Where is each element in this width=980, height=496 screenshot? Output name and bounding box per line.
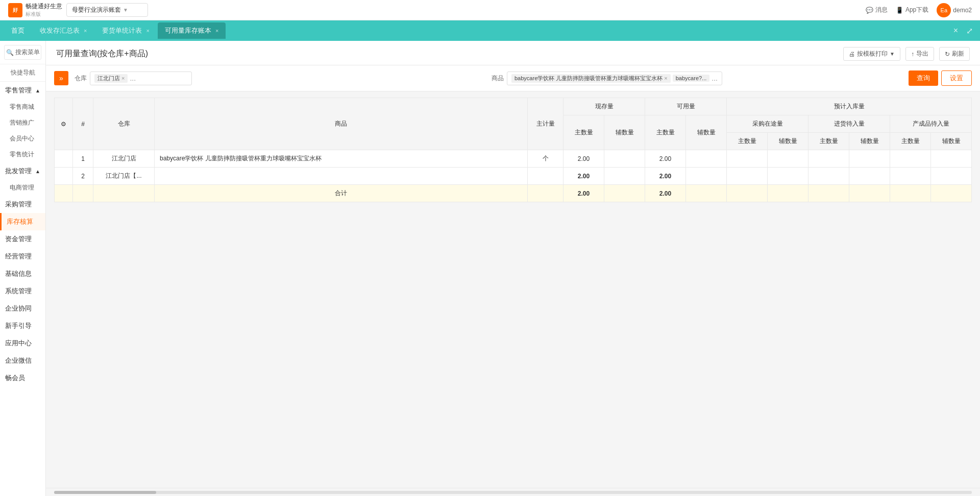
warehouse-label: 仓库 [75,74,87,83]
stock-main-qty-header: 主数量 [564,115,604,150]
filter-actions: 查询 设置 [909,70,972,86]
footer-empty [686,185,727,202]
sidebar-section-purchase[interactable]: 采购管理 [0,196,45,213]
row-stock-aux [604,168,645,185]
tab-available-inventory[interactable]: 可用量库存账本 × [158,22,226,39]
data-table: ⚙ # 仓库 商品 主计量 现存量 可用量 预计入库量 主数量 辅数量 主数量 [54,98,972,202]
footer-empty [890,185,931,202]
bottom-scrollbar[interactable] [46,488,980,496]
sidebar-item-retail-mall[interactable]: 零售商城 [0,99,45,115]
footer-empty [808,185,849,202]
row-avail-main: 2.00 [645,168,686,185]
sidebar-item-marketing[interactable]: 营销推广 [0,115,45,131]
sidebar-section-member[interactable]: 畅会员 [0,369,45,387]
tab-home[interactable]: 首页 [4,22,32,39]
remove-product-tag[interactable]: × [664,75,667,81]
close-tab-icon[interactable]: × [84,28,87,34]
refresh-button[interactable]: ↻ 刷新 [939,47,970,61]
sidebar-section-collab[interactable]: 企业协同 [0,300,45,317]
sidebar-section-inventory[interactable]: 库存核算 [0,213,45,230]
header-left: 好 畅捷通好生意 标准版 母婴行业演示账套 ▼ [8,2,148,18]
footer-empty [93,185,155,202]
sidebar-quick-nav[interactable]: 快捷导航 [0,64,45,82]
close-tab-icon[interactable]: × [146,28,149,34]
stock-aux-qty-header: 辅数量 [604,115,645,150]
finished-aux-header: 辅数量 [931,133,972,150]
row-incoming-aux [849,168,890,185]
chevron-down-icon: ▼ [890,51,895,57]
row-stock-main: 2.00 [564,150,604,168]
sidebar-section-operations[interactable]: 经营管理 [0,248,45,265]
product-input[interactable]: babycare学饮杯 儿童防摔防撞吸管杯重力球吸嘴杯宝宝水杯 × babyca… [507,72,722,85]
pur-transit-group-header: 采购在途量 [727,115,808,133]
more-options-icon[interactable]: ... [130,74,136,82]
sidebar-section-basic-info[interactable]: 基础信息 [0,265,45,282]
page-header: 可用量查询(按仓库+商品) 🖨 按模板打印 ▼ ↑ 导出 ↻ 刷新 [46,41,980,65]
row-avail-aux [686,150,727,168]
nav-tabs: 首页 收发存汇总表 × 要货单统计表 × 可用量库存账本 × × ⤢ [0,20,980,41]
tab-order-stats[interactable]: 要货单统计表 × [95,22,156,39]
refresh-icon: ↻ [945,51,950,58]
row-incoming-aux [849,150,890,168]
footer-empty [849,185,890,202]
sidebar-item-members[interactable]: 会员中心 [0,131,45,147]
sidebar-section-system[interactable]: 系统管理 [0,282,45,300]
sidebar-section-wechat[interactable]: 企业微信 [0,352,45,369]
logo-icon: 好 [8,3,22,17]
footer-empty [528,185,564,202]
row-pur-transit-main [727,150,768,168]
content-area: 可用量查询(按仓库+商品) 🖨 按模板打印 ▼ ↑ 导出 ↻ 刷新 [46,41,980,496]
search-menu-button[interactable]: 🔍 搜索菜单 [4,45,41,60]
tab-collection-summary[interactable]: 收发存汇总表 × [33,22,94,39]
seq-column-header: # [73,98,93,150]
row-settings [55,168,73,185]
scrollbar-thumb[interactable] [54,491,156,494]
print-button[interactable]: 🖨 按模板打印 ▼ [843,47,900,61]
close-all-button[interactable]: × [950,25,961,36]
query-button[interactable]: 查询 [909,70,938,86]
row-avail-aux [686,168,727,185]
top-header: 好 畅捷通好生意 标准版 母婴行业演示账套 ▼ 💬 消息 📱 App下载 Ea … [0,0,980,20]
row-finished-aux [931,150,972,168]
product-more-options-icon[interactable]: ... [712,74,718,82]
settings-column-header[interactable]: ⚙ [55,98,73,150]
warehouse-tag: 江北门店 × [94,74,128,83]
sidebar-section-retail[interactable]: 零售管理 ▲ [0,82,45,99]
avail-aux-qty-header: 辅数量 [686,115,727,150]
row-pur-transit-main [727,168,768,185]
row-warehouse: 江北门店【... [93,168,155,185]
download-icon: 📱 [896,7,903,14]
footer-empty [931,185,972,202]
row-avail-main: 2.00 [645,150,686,168]
row-settings [55,150,73,168]
avatar: Ea [937,3,951,17]
scrollbar-track[interactable] [54,491,972,494]
sidebar-section-finance[interactable]: 资金管理 [0,230,45,248]
message-button[interactable]: 💬 消息 [866,6,888,14]
row-incoming-main [808,168,849,185]
row-incoming-main [808,150,849,168]
user-menu[interactable]: Ea demo2 [937,3,972,17]
remove-warehouse-tag[interactable]: × [121,75,125,81]
row-product: babycare学饮杯 儿童防摔防撞吸管杯重力球吸嘴杯宝宝水杯 [155,150,528,168]
sidebar-section-guide[interactable]: 新手引导 [0,317,45,335]
footer-label: 合计 [155,185,528,202]
row-finished-main [890,150,931,168]
warehouse-input[interactable]: 江北门店 × ... [90,72,192,85]
sidebar-section-app-center[interactable]: 应用中心 [0,335,45,352]
sidebar-item-ecommerce[interactable]: 电商管理 [0,180,45,196]
industry-selector[interactable]: 母婴行业演示账套 ▼ [66,3,148,17]
chevron-icon: ▲ [35,88,40,93]
row-unit [528,168,564,185]
sidebar-section-wholesale[interactable]: 批发管理 ▲ [0,162,45,180]
fullscreen-button[interactable]: ⤢ [963,25,976,37]
export-button[interactable]: ↑ 导出 [905,47,934,61]
logo-text: 畅捷通好生意 标准版 [26,2,62,18]
close-tab-icon[interactable]: × [215,28,218,34]
filter-toggle-button[interactable]: » [54,71,68,85]
settings-button[interactable]: 设置 [941,70,972,86]
current-stock-group-header: 现存量 [564,98,645,115]
sidebar-item-retail-stats[interactable]: 零售统计 [0,147,45,162]
app-download-button[interactable]: 📱 App下载 [896,6,928,14]
pur-transit-aux-header: 辅数量 [768,133,808,150]
